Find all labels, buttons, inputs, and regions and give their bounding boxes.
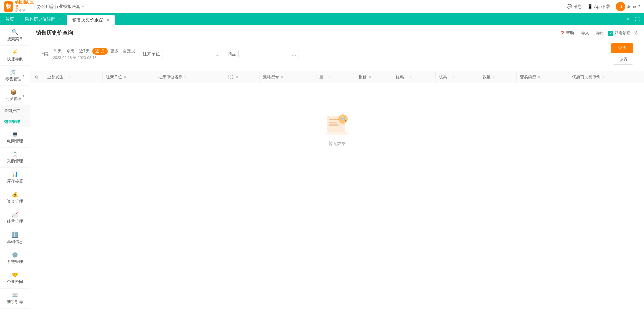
- sidebar-item-app-center[interactable]: 📱 应用中心: [0, 309, 30, 310]
- close-window-button[interactable]: ✕: [624, 15, 632, 23]
- data-table: ⚙ 业务发生... ⇅ 往来单位 ⇅ 往来单位名称 ⇅: [30, 71, 644, 173]
- import-icon: ↑: [578, 31, 580, 36]
- column-trade-type[interactable]: 交易类型 ⇅: [516, 71, 569, 83]
- app-download-button[interactable]: 📱 App下载: [587, 4, 610, 10]
- breadcrumb: 办公用品行业模拟账套 ▾: [34, 4, 567, 10]
- column-partner-name[interactable]: 往来单位名称 ⇅: [155, 71, 222, 83]
- svg-text:🔍: 🔍: [341, 116, 347, 122]
- date-btn-yesterday[interactable]: 昨天: [52, 48, 64, 55]
- purchase-icon: 📋: [12, 151, 18, 157]
- maximize-window-button[interactable]: ⛶: [633, 15, 641, 23]
- column-settings[interactable]: ⚙: [30, 71, 44, 83]
- sidebar-item-search[interactable]: 🔍 搜索菜单: [0, 25, 30, 46]
- sort-icon: ⇅: [281, 75, 283, 79]
- sort-icon: ⇅: [538, 75, 540, 79]
- product-picker-icon[interactable]: ...: [292, 51, 296, 57]
- date-btn-custom[interactable]: 自定义: [121, 48, 137, 55]
- table-area: ⚙ 业务发生... ⇅ 往来单位 ⇅ 往来单位名称 ⇅: [30, 71, 644, 310]
- date-btn-more[interactable]: 更多: [108, 48, 120, 55]
- svg-rect-4: [329, 124, 339, 126]
- help-button[interactable]: ❓ 帮助: [560, 30, 574, 36]
- quick-nav-icon: ⚡: [12, 49, 18, 55]
- sidebar-item-basic-info[interactable]: ℹ️ 基础信息: [0, 228, 30, 248]
- sidebar-item-purchase[interactable]: 📋 采购管理: [0, 148, 30, 168]
- partner-input-wrap[interactable]: ...: [162, 50, 222, 58]
- sidebar-item-wholesale[interactable]: 📦 批发管理 ▴: [0, 86, 30, 105]
- close-tab-purchase[interactable]: ✕: [59, 17, 62, 22]
- sidebar-item-finance[interactable]: 💰 资金管理: [0, 188, 30, 208]
- sidebar-item-sales-mgmt[interactable]: 销售管理: [0, 116, 30, 127]
- export-button[interactable]: ↓ 导出: [593, 30, 604, 36]
- column-discount2[interactable]: 优惠... ⇅: [436, 71, 479, 83]
- date-btn-1month[interactable]: 近1月: [92, 48, 108, 55]
- logo-text: 畅捷通好生意 标准版: [15, 0, 34, 13]
- partner-label: 往来单位: [143, 51, 160, 57]
- query-button[interactable]: 查询: [611, 43, 633, 53]
- avatar: d: [616, 2, 625, 11]
- sort-icon: ⇅: [369, 75, 371, 79]
- user-menu[interactable]: d demo2: [616, 2, 640, 11]
- operations-icon: 📈: [12, 211, 18, 218]
- sort-icon: ⇅: [492, 75, 495, 79]
- page-header: 销售历史价查询 ❓ 帮助 ↑ 导入 ↓ 导出 ✓: [30, 25, 644, 71]
- sidebar-item-operations[interactable]: 📈 经营管理: [0, 208, 30, 228]
- date-btn-today[interactable]: 今天: [64, 48, 76, 55]
- page-title-row: 销售历史价查询 ❓ 帮助 ↑ 导入 ↓ 导出 ✓: [36, 30, 639, 37]
- chevron-up-icon: ▴: [23, 94, 24, 97]
- date-btn-7days[interactable]: 近7天: [77, 48, 92, 55]
- sidebar-item-retail[interactable]: 🛒 零售管理 ▾: [0, 66, 30, 86]
- sort-icon: ⇅: [184, 75, 187, 79]
- column-partner-code[interactable]: 往来单位 ⇅: [102, 71, 155, 83]
- sort-icon: ⇅: [236, 75, 238, 79]
- main-layout: 🔍 搜索菜单 ⚡ 快捷导航 🛒 零售管理 ▾ 📦 批发管理 ▴ 营销推广: [0, 25, 644, 310]
- column-business-date[interactable]: 业务发生... ⇅: [44, 71, 102, 83]
- date-filter-group: 日期 昨天 今天 近7天 近1月 更多 自定义 2023-02-18 至 202…: [41, 48, 137, 60]
- tab-home[interactable]: 首页: [0, 13, 19, 25]
- only-last-toggle[interactable]: ✓ 只看最后一次: [608, 30, 639, 36]
- sidebar-item-ecommerce[interactable]: 💻 电商管理: [0, 127, 30, 148]
- tab-purchase[interactable]: 采购历史价跟踪 ✕: [19, 13, 67, 25]
- chevron-down-icon[interactable]: ▾: [82, 4, 84, 9]
- sidebar-item-enterprise[interactable]: 🤝 企业协同: [0, 268, 30, 289]
- column-pre-tax-price[interactable]: 优惠前无税单价 ⇅: [569, 71, 644, 83]
- sidebar-item-guide[interactable]: 📖 新手引导: [0, 289, 30, 309]
- svg-point-0: [325, 131, 349, 135]
- filter-right-buttons: 查询 设置: [611, 43, 633, 65]
- app-icon: 📱: [587, 4, 593, 9]
- empty-text: 暂无数据: [328, 141, 346, 147]
- partner-filter-group: 往来单位 ...: [143, 50, 222, 58]
- content-area: 销售历史价查询 ❓ 帮助 ↑ 导入 ↓ 导出 ✓: [30, 25, 644, 310]
- partner-input[interactable]: [165, 52, 215, 56]
- message-button[interactable]: 💬 消息: [567, 4, 582, 10]
- sidebar-item-inventory[interactable]: 📊 库存核算: [0, 168, 30, 188]
- sort-icon: ⇅: [409, 75, 412, 79]
- svg-rect-3: [329, 122, 337, 123]
- top-bar: 畅 畅捷通好生意 标准版 办公用品行业模拟账套 ▾ 💬 消息 📱 App下载 d…: [0, 0, 644, 13]
- tab-sales[interactable]: 销售历史价跟踪 ✕: [67, 15, 115, 25]
- product-input-wrap[interactable]: ...: [238, 50, 299, 58]
- sidebar-item-quick-nav[interactable]: ⚡ 快捷导航: [0, 46, 30, 66]
- sidebar-item-system[interactable]: ⚙️ 系统管理: [0, 248, 30, 268]
- column-product[interactable]: 商品 ⇅: [222, 71, 260, 83]
- product-input[interactable]: [241, 52, 292, 56]
- close-tab-sales[interactable]: ✕: [106, 18, 109, 22]
- inventory-icon: 📊: [12, 171, 18, 177]
- settings-button[interactable]: 设置: [613, 55, 633, 65]
- empty-illustration: 🔍: [320, 110, 354, 137]
- column-discount1[interactable]: 优惠... ⇅: [392, 71, 436, 83]
- logo-area: 畅 畅捷通好生意 标准版: [4, 0, 34, 13]
- column-spec[interactable]: 规格型号 ⇅: [259, 71, 312, 83]
- message-icon: 💬: [567, 4, 572, 9]
- filter-area: 日期 昨天 今天 近7天 近1月 更多 自定义 2023-02-18 至 202…: [36, 40, 639, 68]
- date-label: 日期: [41, 51, 50, 57]
- wholesale-icon: 📦: [10, 89, 17, 95]
- partner-picker-icon[interactable]: ...: [216, 51, 220, 57]
- column-quoted-price[interactable]: 报价 ⇅: [355, 71, 392, 83]
- retail-icon: 🛒: [10, 69, 17, 75]
- column-quantity[interactable]: 数量 ⇅: [479, 71, 516, 83]
- column-unit[interactable]: 计量... ⇅: [312, 71, 355, 83]
- empty-state: 🔍 暂无数据: [30, 83, 644, 173]
- ecommerce-icon: 💻: [12, 131, 18, 137]
- sidebar-item-marketing[interactable]: 营销推广: [0, 105, 30, 116]
- import-button[interactable]: ↑ 导入: [578, 30, 589, 36]
